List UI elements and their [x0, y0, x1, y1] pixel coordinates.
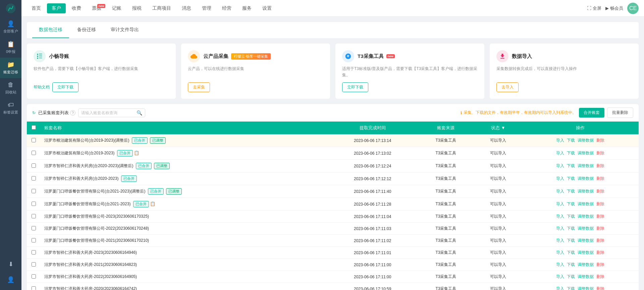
action-删除[interactable]: 删除 — [595, 262, 606, 267]
action-调整数据[interactable]: 调整数据 — [576, 238, 595, 243]
action-下载[interactable]: 下载 — [566, 250, 576, 255]
nav-item-manage[interactable]: 管理 — [197, 3, 216, 13]
action-删除[interactable]: 删除 — [595, 202, 606, 206]
merge-accounts-button[interactable]: 合并账套 — [579, 108, 604, 118]
action-删除[interactable]: 删除 — [595, 189, 606, 194]
action-导入[interactable]: 导入 — [555, 163, 566, 168]
tab-backup-migration[interactable]: 备份迁移 — [70, 22, 103, 38]
row-checkbox[interactable] — [32, 151, 36, 155]
action-导入[interactable]: 导入 — [555, 214, 566, 219]
nav-item-client[interactable]: 客户 — [47, 3, 66, 13]
action-调整数据[interactable]: 调整数据 — [576, 138, 595, 143]
action-删除[interactable]: 删除 — [595, 286, 606, 290]
nav-item-accounting[interactable]: 记账 — [107, 3, 126, 13]
action-调整数据[interactable]: 调整数据 — [576, 262, 595, 267]
action-下载[interactable]: 下载 — [566, 226, 576, 231]
fullscreen-button[interactable]: ⛶ 全屏 — [587, 5, 601, 11]
action-下载[interactable]: 下载 — [566, 274, 576, 279]
action-调整数据[interactable]: 调整数据 — [576, 226, 595, 231]
nav-item-bills[interactable]: 票据 new — [87, 3, 106, 13]
action-下载[interactable]: 下载 — [566, 163, 576, 168]
action-下载[interactable]: 下载 — [566, 176, 576, 181]
action-删除[interactable]: 删除 — [595, 138, 606, 143]
row-checkbox[interactable] — [32, 286, 36, 290]
action-导入[interactable]: 导入 — [555, 138, 566, 143]
app-logo[interactable] — [0, 0, 21, 17]
card-collect-btn-2[interactable]: 去采集 — [188, 82, 210, 92]
sidebar-item-account-migration[interactable]: 📁 账套迁移 — [0, 58, 21, 78]
action-导入[interactable]: 导入 — [555, 202, 566, 206]
action-调整数据[interactable]: 调整数据 — [576, 189, 595, 194]
nav-item-operation[interactable]: 经营 — [217, 3, 236, 13]
avatar[interactable]: CE — [627, 3, 639, 14]
action-导入[interactable]: 导入 — [555, 226, 566, 231]
col-status[interactable]: 状态 ▼ — [474, 122, 522, 134]
member-button[interactable]: ▶ 畅会员 — [605, 5, 623, 11]
row-checkbox[interactable] — [32, 262, 36, 267]
card-download-btn-3[interactable]: 立即下载 — [342, 82, 368, 92]
action-删除[interactable]: 删除 — [595, 238, 606, 243]
action-下载[interactable]: 下载 — [566, 286, 576, 290]
action-删除[interactable]: 删除 — [595, 250, 606, 255]
action-下载[interactable]: 下载 — [566, 151, 576, 155]
help-hint[interactable]: ? — [70, 110, 75, 116]
action-导入[interactable]: 导入 — [555, 238, 566, 243]
card-help-link-1[interactable]: 帮助文档 — [34, 84, 50, 90]
nav-item-service[interactable]: 服务 — [237, 3, 256, 13]
action-下载[interactable]: 下载 — [566, 202, 576, 206]
action-调整数据[interactable]: 调整数据 — [576, 163, 595, 168]
action-下载[interactable]: 下载 — [566, 262, 576, 267]
action-调整数据[interactable]: 调整数据 — [576, 214, 595, 219]
batch-delete-button[interactable]: 批量删除 — [607, 107, 633, 118]
nav-item-tax[interactable]: 报税 — [127, 3, 146, 13]
action-调整数据[interactable]: 调整数据 — [576, 250, 595, 255]
tab-data-migration[interactable]: 数据包迁移 — [32, 22, 69, 38]
action-下载[interactable]: 下载 — [566, 189, 576, 194]
row-checkbox[interactable] — [32, 202, 36, 206]
sidebar-item-tags[interactable]: 🏷 标签设置 — [0, 98, 21, 118]
row-checkbox[interactable] — [32, 163, 36, 168]
row-checkbox[interactable] — [32, 189, 36, 193]
sidebar-item-recycle[interactable]: 🗑 回收站 — [0, 78, 21, 98]
action-删除[interactable]: 删除 — [595, 226, 606, 231]
sidebar-item-all-clients[interactable]: 👤 全部客户 — [0, 17, 21, 37]
nav-item-home[interactable]: 首页 — [27, 3, 46, 13]
action-删除[interactable]: 删除 — [595, 274, 606, 279]
action-下载[interactable]: 下载 — [566, 138, 576, 143]
action-删除[interactable]: 删除 — [595, 176, 606, 181]
nav-item-settings[interactable]: 设置 — [258, 3, 276, 13]
search-input[interactable] — [81, 111, 135, 115]
nav-item-business[interactable]: 工商项目 — [148, 3, 176, 13]
row-checkbox[interactable] — [32, 176, 36, 180]
action-下载[interactable]: 下载 — [566, 214, 576, 219]
tab-audit-export[interactable]: 审计文件导出 — [104, 22, 146, 38]
sidebar-item-download[interactable]: ⬇ — [0, 257, 21, 271]
action-导入[interactable]: 导入 — [555, 250, 566, 255]
select-all-checkbox[interactable] — [32, 125, 36, 130]
row-checkbox[interactable] — [32, 226, 36, 230]
refresh-button[interactable]: ↻ — [32, 111, 36, 115]
row-checkbox[interactable] — [32, 274, 36, 279]
action-删除[interactable]: 删除 — [595, 151, 606, 155]
action-调整数据[interactable]: 调整数据 — [576, 202, 595, 206]
action-调整数据[interactable]: 调整数据 — [576, 151, 595, 155]
action-调整数据[interactable]: 调整数据 — [576, 176, 595, 181]
search-icon[interactable]: 🔍 — [137, 110, 142, 116]
card-import-btn-4[interactable]: 去导入 — [496, 82, 519, 92]
sidebar-item-user[interactable]: 👤 — [0, 273, 21, 287]
row-checkbox[interactable] — [32, 238, 36, 242]
action-调整数据[interactable]: 调整数据 — [576, 286, 595, 290]
action-删除[interactable]: 删除 — [595, 214, 606, 219]
action-导入[interactable]: 导入 — [555, 286, 566, 290]
action-删除[interactable]: 删除 — [595, 163, 606, 168]
nav-item-fees[interactable]: 收费 — [67, 3, 86, 13]
row-checkbox[interactable] — [32, 214, 36, 218]
action-导入[interactable]: 导入 — [555, 176, 566, 181]
sidebar-item-zero-report[interactable]: 📋 0申报 — [0, 37, 21, 58]
action-下载[interactable]: 下载 — [566, 238, 576, 243]
action-导入[interactable]: 导入 — [555, 189, 566, 194]
col-checkbox[interactable] — [27, 122, 40, 134]
nav-item-messages[interactable]: 消息 — [177, 3, 196, 13]
action-导入[interactable]: 导入 — [555, 151, 566, 155]
card-download-btn-1[interactable]: 立即下载 — [52, 82, 78, 92]
